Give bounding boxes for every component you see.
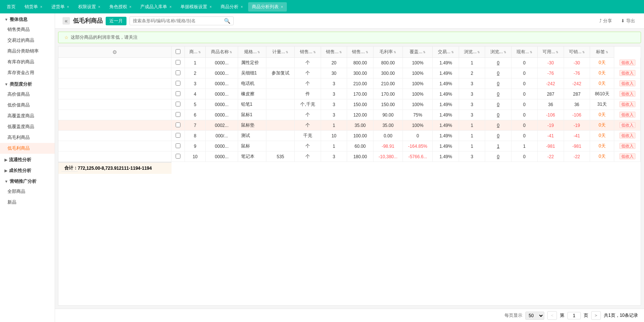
search-input[interactable] [133,18,224,23]
nav-analysis-list[interactable]: 商品分析列表 × [248,2,287,12]
sidebar-item-capital[interactable]: 库存资金占用 [0,67,55,78]
row-check-5[interactable] [176,112,180,117]
data-table-wrapper[interactable]: ⚙ 商...⇅ 商品名称⇅ 规格...⇅ 计量...⇅ 销售...⇅ 销售...… [58,46,641,306]
col-settings[interactable]: ⚙ [58,47,172,58]
sidebar-item-traded[interactable]: 交易过的商品 [0,35,55,46]
row-browse1-8[interactable]: 1 [485,141,511,152]
export-button[interactable]: ⬇ 导出 [618,17,638,25]
sidebar-group-type[interactable]: ▼ 类型度分析 [0,78,55,89]
row-browse1-5[interactable]: 0 [485,110,511,120]
sidebar-item-low-value[interactable]: 低价值商品 [0,100,55,111]
nav-purchase-close[interactable]: × [67,5,69,9]
prev-page-button[interactable]: ＜ [547,311,557,320]
sidebar-item-low-coverage[interactable]: 低覆盖度商品 [0,121,55,132]
col-sale-qty[interactable]: 销售...⇅ [295,47,321,58]
collapse-sidebar-button[interactable]: « [63,17,70,25]
sidebar-item-new-goods[interactable]: 新品 [0,197,55,208]
row-check-9[interactable] [176,154,180,159]
col-checkbox[interactable] [172,47,185,58]
sidebar-item-high-margin[interactable]: 高毛利商品 [0,132,55,143]
sidebar-item-high-coverage[interactable]: 高覆盖度商品 [0,111,55,121]
row-browse1-1[interactable]: 0 [485,68,511,79]
sidebar-item-low-margin[interactable]: 低毛利商品 [0,143,55,154]
share-button[interactable]: ⤴ 分享 [596,17,615,25]
row-checkbox-2[interactable] [172,79,185,89]
row-check-8[interactable] [176,143,180,148]
nav-template-close[interactable]: × [209,5,212,9]
row-name-4[interactable]: 铅笔1 [238,99,266,110]
row-check-6[interactable] [176,122,180,127]
sidebar-item-with-stock[interactable]: 有库存的商品 [0,57,55,67]
row-checkbox-5[interactable] [172,110,185,120]
row-name-0[interactable]: 属性定价 [238,58,266,68]
next-page-button[interactable]: ＞ [591,311,601,320]
nav-analysis[interactable]: 商品分析 × [217,2,247,12]
col-browse2[interactable]: 浏览...⇅ [485,47,511,58]
page-number-input[interactable] [567,312,581,319]
nav-permissions-close[interactable]: × [98,5,100,9]
row-check-7[interactable] [176,133,180,138]
sidebar-item-all-goods[interactable]: 全部商品 [0,186,55,197]
row-checkbox-9[interactable] [172,152,185,162]
nav-roles-close[interactable]: × [129,5,132,9]
nav-product-entry[interactable]: 产成品入库单 × [137,2,175,12]
row-check-0[interactable] [176,60,180,65]
row-check-1[interactable] [176,70,180,75]
row-check-4[interactable] [176,102,180,106]
nav-analysis-list-close[interactable]: × [281,5,283,9]
col-spec[interactable]: 规格...⇅ [238,47,266,58]
date-filter-button[interactable]: 近一月 [106,17,126,25]
col-name[interactable]: 商品名称⇅ [205,47,238,58]
row-name-5[interactable]: 鼠标1 [238,110,266,120]
page-size-select[interactable]: 50 100 200 [525,312,544,320]
nav-template[interactable]: 单据模板设置 × [177,2,215,12]
col-sale-amount[interactable]: 销售...⇅ [347,47,373,58]
row-checkbox-1[interactable] [172,68,185,79]
row-checkbox-4[interactable] [172,99,185,110]
nav-analysis-close[interactable]: × [241,5,243,9]
search-icon[interactable]: 🔍 [224,18,230,24]
col-trade[interactable]: 交易...⇅ [433,47,459,58]
nav-home[interactable]: 首页 [3,2,19,12]
col-unit[interactable]: 计量...⇅ [266,47,295,58]
row-checkbox-6[interactable] [172,120,185,131]
sidebar-group-general[interactable]: ▼ 整体信息 [0,13,55,24]
col-coverage[interactable]: 覆盖...⇅ [403,47,433,58]
nav-sales[interactable]: 销货单 × [21,2,46,12]
row-name-8[interactable]: 鼠标 [238,141,266,152]
nav-product-entry-close[interactable]: × [169,5,172,9]
sidebar-group-circulation[interactable]: ▶ 流通性分析 [0,154,55,165]
row-name-3[interactable]: 橡皮擦 [238,89,266,99]
row-browse1-3[interactable]: 0 [485,89,511,99]
sidebar-group-growth[interactable]: ▶ 成长性分析 [0,165,55,175]
row-name-9[interactable]: 笔记本 [238,152,266,162]
col-tag[interactable]: 标签⇅ [590,47,614,58]
sidebar-item-category-rate[interactable]: 商品分类助销率 [0,46,55,57]
col-stock-avail[interactable]: 可用...⇅ [538,47,564,58]
sidebar-item-sales-goods[interactable]: 销售类商品 [0,24,55,35]
row-browse1-7[interactable]: 0 [485,131,511,141]
row-browse1-0[interactable]: 0 [485,58,511,68]
sidebar-item-high-value[interactable]: 高价值商品 [0,89,55,100]
select-all-checkbox[interactable] [176,49,180,54]
row-browse1-4[interactable]: 0 [485,99,511,110]
nav-purchase[interactable]: 进货单 × [48,2,73,12]
col-stock-cur[interactable]: 现有...⇅ [511,47,537,58]
col-sale-price[interactable]: 销售...⇅ [321,47,347,58]
col-code[interactable]: 商...⇅ [185,47,205,58]
col-browse1[interactable]: 浏览...⇅ [459,47,485,58]
row-checkbox-7[interactable] [172,131,185,141]
row-browse1-9[interactable]: 0 [485,152,511,162]
col-stock-sale[interactable]: 可销...⇅ [564,47,590,58]
row-check-2[interactable] [176,81,180,86]
row-name-1[interactable]: 吴细细1 [238,68,266,79]
row-check-3[interactable] [176,91,180,96]
sidebar-group-marketing[interactable]: ▼ 营销推广分析 [0,175,55,186]
nav-sales-close[interactable]: × [40,5,42,9]
row-checkbox-0[interactable] [172,58,185,68]
row-browse1-2[interactable]: 0 [485,79,511,89]
row-browse1-6[interactable]: 0 [485,120,511,131]
nav-roles[interactable]: 角色授权 × [106,2,135,12]
nav-permissions[interactable]: 权限设置 × [74,2,104,12]
row-name-7[interactable]: 测试 [238,131,266,141]
